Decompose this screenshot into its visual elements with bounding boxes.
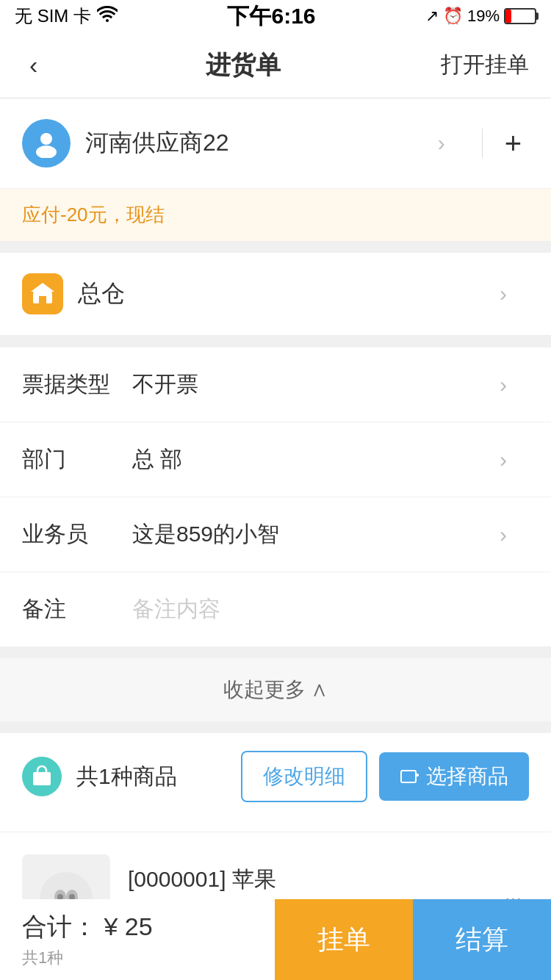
back-button[interactable]: ‹: [22, 43, 45, 87]
remark-input[interactable]: 备注内容: [132, 594, 529, 624]
carrier-text: 无 SIM 卡: [15, 4, 91, 28]
battery-icon: [504, 8, 536, 24]
supplier-name: 河南供应商22: [85, 127, 438, 159]
svg-point-1: [36, 145, 57, 158]
hang-order-button[interactable]: 挂单: [275, 899, 413, 980]
location-icon: ↗: [425, 7, 439, 26]
edit-details-button[interactable]: 修改明细: [241, 751, 367, 802]
total-section: 合计： ¥ 25 共1种: [0, 899, 275, 980]
product-name: [0000001] 苹果: [128, 865, 497, 895]
total-amount: 合计： ¥ 25: [22, 910, 253, 944]
supplier-card: 河南供应商22 › + 应付-20元，现结: [0, 98, 551, 241]
checkout-button[interactable]: 结算: [413, 899, 551, 980]
supplier-row[interactable]: 河南供应商22 › +: [0, 98, 551, 189]
supplier-info-banner: 应付-20元，现结: [0, 189, 551, 241]
wifi-icon: [97, 6, 118, 26]
warehouse-icon: [22, 273, 63, 314]
invoice-label: 票据类型: [22, 370, 132, 400]
svg-marker-3: [31, 283, 54, 292]
supplier-chevron-icon: ›: [438, 131, 445, 156]
remark-row[interactable]: 备注 备注内容: [0, 572, 551, 646]
salesperson-chevron-icon: ›: [500, 522, 507, 547]
warehouse-card[interactable]: 总仓 ›: [0, 253, 551, 335]
invoice-value: 不开票: [132, 370, 500, 400]
remark-label: 备注: [22, 594, 132, 624]
department-row[interactable]: 部门 总 部 ›: [0, 422, 551, 497]
open-pending-button[interactable]: 打开挂单: [441, 50, 529, 80]
invoice-row[interactable]: 票据类型 不开票 ›: [0, 347, 551, 422]
alarm-icon: ⏰: [443, 7, 463, 26]
department-chevron-icon: ›: [500, 447, 507, 472]
main-content: 河南供应商22 › + 应付-20元，现结 总仓 › 票据类型 不开票: [0, 98, 551, 980]
svg-point-0: [40, 133, 52, 145]
status-bar: 无 SIM 卡 下午6:16 ↗ ⏰ 19%: [0, 0, 551, 32]
salesperson-label: 业务员: [22, 519, 132, 550]
page-title: 进货单: [206, 48, 281, 82]
bottom-bar: 合计： ¥ 25 共1种 挂单 结算: [0, 899, 551, 980]
salesperson-row[interactable]: 业务员 这是859的小智 ›: [0, 497, 551, 572]
nav-bar: ‹ 进货单 打开挂单: [0, 32, 551, 98]
divider: [482, 129, 483, 158]
department-value: 总 部: [132, 444, 500, 475]
svg-rect-5: [33, 772, 51, 785]
status-right: ↗ ⏰ 19%: [425, 7, 536, 26]
form-card: 票据类型 不开票 › 部门 总 部 › 业务员 这是859的小智 › 备注 备注…: [0, 347, 551, 646]
invoice-chevron-icon: ›: [500, 372, 507, 397]
salesperson-value: 这是859的小智: [132, 519, 500, 550]
collapse-toggle[interactable]: 收起更多 ∧: [0, 658, 551, 721]
products-count: 共1种商品: [76, 762, 241, 792]
svg-rect-4: [39, 296, 46, 303]
svg-rect-6: [401, 771, 416, 782]
status-left: 无 SIM 卡: [15, 4, 118, 28]
time-display: 下午6:16: [227, 1, 315, 32]
add-supplier-button[interactable]: +: [497, 127, 529, 160]
warehouse-chevron-icon: ›: [500, 281, 507, 306]
supplier-avatar: [22, 119, 71, 167]
select-product-button[interactable]: 选择商品: [379, 752, 529, 801]
products-icon: [22, 757, 62, 796]
department-label: 部门: [22, 444, 132, 475]
battery-percent: 19%: [467, 7, 500, 26]
products-header: 共1种商品 修改明细 选择商品: [0, 733, 551, 820]
warehouse-row[interactable]: 总仓 ›: [0, 253, 551, 335]
total-count: 共1种: [22, 947, 253, 969]
warehouse-name: 总仓: [78, 278, 500, 310]
